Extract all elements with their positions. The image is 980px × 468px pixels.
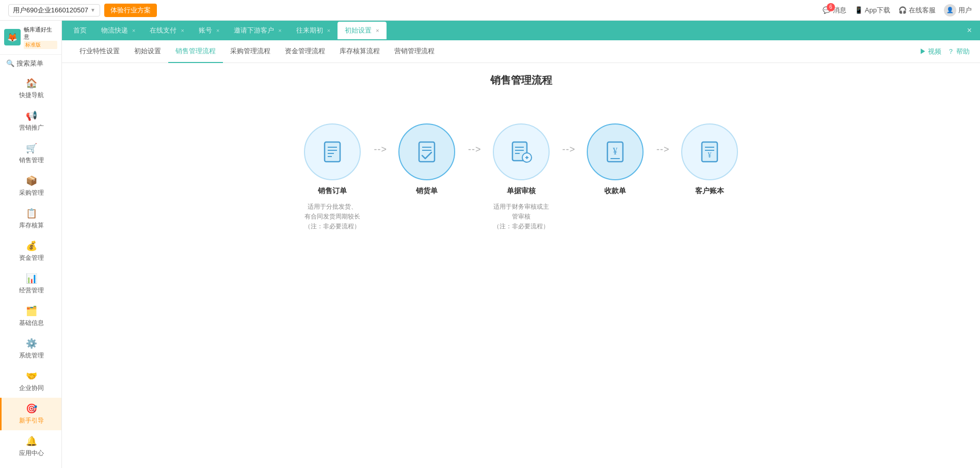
sidebar-item-label: 营销推广 (19, 123, 44, 132)
flow-desc-doc-audit: 适用于财务审核或主管审核（注：非必要流程） (493, 202, 549, 232)
tab-home-label: 首页 (73, 26, 87, 35)
sidebar-item-enterprise-wechat[interactable]: 💬 企业微信 (0, 463, 61, 468)
app-download-button[interactable]: 📱 App下载 (855, 6, 890, 15)
sub-tabs: 行业特性设置 初始设置 销售管理流程 采购管理流程 资金管理流程 库存核算流程 … (62, 40, 980, 63)
tab-period-init-close[interactable]: × (327, 27, 330, 34)
sidebar-item-label: 新手引导 (19, 416, 44, 425)
flow-step-sales-order: 销售订单 适用于分批发货、有合同发货周期较长（注：非必要流程） (291, 123, 374, 232)
tab-payment[interactable]: 在线支付 × (142, 22, 191, 39)
flow-step-doc-audit: 单据审核 适用于财务审核或主管审核（注：非必要流程） (480, 123, 563, 232)
avatar: 👤 (944, 4, 956, 17)
user-profile-button[interactable]: 👤 用户 (944, 4, 972, 17)
subtab-marketing-flow[interactable]: 营销管理流程 (387, 40, 442, 63)
search-icon: 🔍 (6, 59, 14, 67)
arrow-icon-4: - - > (656, 144, 668, 155)
sidebar-item-guide[interactable]: 🎯 新手引导 (0, 398, 61, 430)
svg-rect-5 (419, 142, 435, 162)
home-icon: 🏠 (26, 77, 37, 89)
tab-init-settings[interactable]: 初始设置 × (338, 22, 386, 39)
close-all-tabs-button[interactable]: × (963, 24, 976, 37)
tab-invite-label: 邀请下游客户 (234, 26, 274, 35)
tab-logistics[interactable]: 物流快递 × (94, 22, 142, 39)
flow-arrow-1: - - > (374, 123, 385, 155)
svg-text:¥: ¥ (708, 151, 711, 159)
subtab-industry-label: 行业特性设置 (79, 47, 120, 55)
help-button[interactable]: ？ 帮助 (947, 47, 970, 56)
tab-invite[interactable]: 邀请下游客户 × (227, 22, 288, 39)
tab-init-settings-label: 初始设置 (345, 26, 372, 35)
tab-init-settings-close[interactable]: × (376, 27, 379, 34)
megaphone-icon: 📢 (26, 110, 37, 121)
sidebar-item-finance[interactable]: 💰 资金管理 (0, 235, 61, 268)
sidebar-item-label: 基础信息 (19, 319, 44, 327)
nav-tabs: 首页 物流快递 × 在线支付 × 账号 × 邀请下游客户 × 往来期初 × (62, 21, 980, 40)
flow-diagram: 销售订单 适用于分批发货、有合同发货周期较长（注：非必要流程） - - > (72, 113, 970, 242)
tab-payment-close[interactable]: × (181, 27, 184, 34)
flow-circle-sales-order (304, 123, 361, 180)
subtab-sales-flow[interactable]: 销售管理流程 (168, 40, 223, 63)
flow-desc-sales-order: 适用于分批发货、有合同发货周期较长（注：非必要流程） (304, 202, 360, 232)
trial-button[interactable]: 体验行业方案 (104, 4, 157, 17)
flow-circle-doc-audit (493, 123, 550, 180)
flow-arrow-3: - - > (563, 123, 574, 155)
target-icon: 🎯 (26, 403, 37, 414)
sidebar-item-label: 库存核算 (19, 221, 44, 230)
sidebar-item-inventory[interactable]: 📋 库存核算 (0, 202, 61, 235)
sidebar-item-marketing[interactable]: 📢 营销推广 (0, 105, 61, 137)
subtab-inventory-flow[interactable]: 库存核算流程 (332, 40, 387, 63)
sidebar-item-system[interactable]: ⚙️ 系统管理 (0, 333, 61, 365)
sidebar-item-purchase[interactable]: 📦 采购管理 (0, 170, 61, 202)
video-button[interactable]: ▶ 视频 (920, 47, 942, 56)
main-layout: 🦊 畅库通好生意 标准版 🔍 搜索菜单 🏠 快捷导航 📢 营销推广 🛒 销售管理… (0, 21, 980, 468)
content-area: 首页 物流快递 × 在线支付 × 账号 × 邀请下游客户 × 往来期初 × (62, 21, 980, 468)
page-content: 销售管理流程 销售订单 适用于分批发货、有合同 (62, 63, 980, 468)
sidebar-item-label: 经营管理 (19, 286, 44, 295)
sidebar-item-enterprise[interactable]: 🤝 企业协同 (0, 365, 61, 398)
subtab-marketing-flow-label: 营销管理流程 (394, 47, 435, 55)
sidebar-item-sales[interactable]: 🛒 销售管理 (0, 137, 61, 170)
sidebar-item-basic-info[interactable]: 🗂️ 基础信息 (0, 300, 61, 333)
sidebar-item-operations[interactable]: 📊 经营管理 (0, 268, 61, 300)
question-icon: ？ (947, 48, 954, 55)
sidebar-item-label: 资金管理 (19, 254, 44, 262)
sidebar-item-quick-nav[interactable]: 🏠 快捷导航 (0, 72, 61, 105)
bell-icon: 🔔 (26, 435, 37, 447)
subtab-finance-flow-label: 资金管理流程 (285, 47, 325, 55)
folder-icon: 🗂️ (26, 305, 37, 317)
flow-step-customer-ledger: ¥ 客户账本 (668, 123, 751, 202)
subtab-purchase-flow[interactable]: 采购管理流程 (223, 40, 278, 63)
play-icon: ▶ (920, 48, 926, 55)
messages-button[interactable]: 💬 6 消息 (823, 6, 846, 15)
box-icon: 📦 (26, 175, 37, 186)
tab-period-init-label: 往来期初 (296, 26, 323, 35)
page-title: 销售管理流程 (72, 73, 970, 87)
user-selector[interactable]: 用户690企业1660120507 ▼ (8, 4, 100, 17)
logo-text: 畅库通好生意 (24, 26, 57, 41)
svg-rect-0 (325, 142, 340, 162)
tab-period-init[interactable]: 往来期初 × (289, 22, 338, 39)
help-label: 帮助 (956, 48, 970, 55)
tab-invite-close[interactable]: × (278, 27, 281, 34)
subtab-finance-flow[interactable]: 资金管理流程 (278, 40, 332, 63)
sidebar-search-button[interactable]: 🔍 搜索菜单 (0, 55, 61, 72)
subtab-industry[interactable]: 行业特性设置 (72, 40, 127, 63)
gear-icon: ⚙️ (26, 338, 37, 349)
subtab-init[interactable]: 初始设置 (127, 40, 168, 63)
online-service-button[interactable]: 🎧 在线客服 (898, 6, 936, 15)
sidebar-item-label: 企业协同 (19, 384, 44, 393)
sales-invoice-icon (414, 139, 440, 165)
sidebar-item-label: 销售管理 (19, 156, 44, 165)
subtab-actions: ▶ 视频 ？ 帮助 (920, 47, 970, 56)
tab-home[interactable]: 首页 (66, 22, 94, 39)
subtab-init-label: 初始设置 (134, 47, 161, 55)
clipboard-icon: 📋 (26, 208, 37, 219)
cart-icon: 🛒 (26, 143, 37, 154)
tab-account-close[interactable]: × (216, 27, 219, 34)
tab-account[interactable]: 账号 × (191, 22, 227, 39)
svg-text:¥: ¥ (613, 146, 618, 157)
sidebar-item-app-center[interactable]: 🔔 应用中心 (0, 430, 61, 463)
video-label: 视频 (928, 48, 941, 55)
arrow-icon-2: - - > (468, 144, 480, 155)
customer-ledger-icon: ¥ (697, 139, 722, 165)
tab-logistics-close[interactable]: × (132, 27, 135, 34)
